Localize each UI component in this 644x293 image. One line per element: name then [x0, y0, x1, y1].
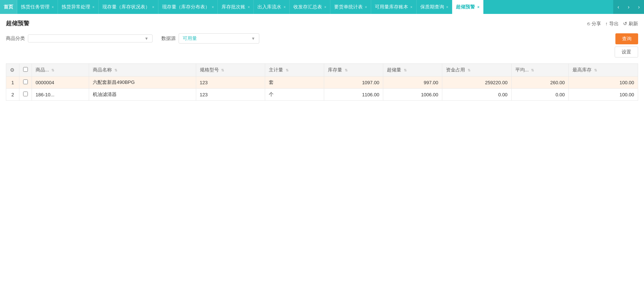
- refresh-button[interactable]: ↺ 刷新: [623, 21, 638, 27]
- nav-item-shelf-life[interactable]: 保质期查询 ×: [417, 0, 453, 14]
- sort-icon-code: ⇅: [51, 68, 54, 72]
- refresh-label: 刷新: [629, 21, 638, 27]
- close-icon[interactable]: ×: [477, 5, 479, 9]
- row-spec: 123: [196, 77, 265, 89]
- settings-button[interactable]: 设置: [615, 47, 638, 58]
- nav-item-stock-dist[interactable]: 现存量（库存分布表） ×: [158, 0, 218, 14]
- export-button[interactable]: ↑ 导出: [605, 21, 619, 27]
- th-gear: ⚙: [6, 64, 19, 77]
- nav-item-stock-status[interactable]: 现存量（库存状况表） ×: [99, 0, 158, 14]
- sort-icon-name: ⇅: [114, 68, 117, 72]
- nav-item-batch-account[interactable]: 库存批次账 ×: [218, 0, 254, 14]
- th-maxstock[interactable]: 最高库存 ⇅: [569, 64, 638, 77]
- close-icon[interactable]: ×: [365, 5, 367, 9]
- query-button[interactable]: 查询: [615, 33, 638, 44]
- share-button[interactable]: ⎋ 分享: [587, 21, 601, 27]
- th-avg[interactable]: 平均... ⇅: [511, 64, 568, 77]
- nav-next-button[interactable]: ›: [623, 0, 634, 14]
- category-filter-group: 商品分类 ▼: [6, 34, 153, 42]
- th-code[interactable]: 商品... ⇅: [32, 64, 89, 77]
- nav-item-home[interactable]: 首页: [0, 0, 17, 14]
- datasource-label: 数据源: [161, 35, 176, 42]
- close-icon[interactable]: ×: [212, 5, 214, 9]
- row-code: 0000004: [32, 77, 89, 89]
- row-index: 2: [6, 89, 19, 101]
- row-checkbox-cell: [19, 89, 32, 101]
- top-nav: 首页 拣货任务管理 × 拣货异常处理 × 现存量（库存状况表） × 现存量（库存…: [0, 0, 644, 14]
- table-row: 1 0000004 六配套新昌490BPG 123 套 1097.00 997.…: [6, 77, 638, 89]
- close-icon[interactable]: ×: [283, 5, 286, 9]
- nav-item-order-stats[interactable]: 要货单统计表 ×: [330, 0, 371, 14]
- row-maxstock: 100.00: [569, 77, 638, 89]
- nav-arrows: ‹ › ›: [613, 0, 644, 14]
- th-unit[interactable]: 主计量 ⇅: [265, 64, 324, 77]
- datasource-select-value: 可用量: [183, 35, 197, 42]
- nav-prev-button[interactable]: ‹: [613, 0, 623, 14]
- nav-label-batch-account: 库存批次账: [222, 4, 245, 10]
- sort-icon-unit: ⇅: [286, 68, 289, 72]
- nav-label-task-mgmt: 拣货任务管理: [21, 4, 50, 10]
- row-maxstock: 100.00: [569, 89, 638, 101]
- nav-label-shelf-life: 保质期查询: [420, 4, 444, 10]
- row-code: 186-10...: [32, 89, 89, 101]
- row-name: 机油滤清器: [89, 89, 196, 101]
- datasource-dropdown-icon: ▼: [251, 36, 255, 41]
- th-checkbox: [19, 64, 32, 77]
- nav-item-task-mgmt[interactable]: 拣货任务管理 ×: [17, 0, 58, 14]
- row-checkbox[interactable]: [23, 79, 28, 84]
- close-icon[interactable]: ×: [152, 5, 154, 9]
- select-all-checkbox[interactable]: [23, 67, 28, 72]
- close-icon[interactable]: ×: [324, 5, 326, 9]
- nav-item-available-book[interactable]: 可用量库存账本 ×: [371, 0, 417, 14]
- share-label: 分享: [592, 21, 601, 27]
- header-actions: ⎋ 分享 ↑ 导出 ↺ 刷新: [587, 21, 638, 27]
- nav-label-stock-status: 现存量（库存状况表）: [102, 4, 150, 10]
- th-spec[interactable]: 规格型号 ⇅: [196, 64, 265, 77]
- sort-icon-maxstock: ⇅: [594, 68, 597, 72]
- sort-icon-overstock: ⇅: [404, 68, 407, 72]
- row-unit: 套: [265, 77, 324, 89]
- nav-item-exception[interactable]: 拣货异常处理 ×: [58, 0, 99, 14]
- row-avg: 0.00: [511, 89, 568, 101]
- close-icon[interactable]: ×: [446, 5, 449, 9]
- row-index: 1: [6, 77, 19, 89]
- datasource-select[interactable]: 可用量 ▼: [179, 33, 259, 44]
- th-name[interactable]: 商品名称 ⇅: [89, 64, 196, 77]
- close-icon[interactable]: ×: [92, 5, 95, 9]
- gear-icon[interactable]: ⚙: [10, 67, 15, 73]
- nav-label-stock-dist: 现存量（库存分布表）: [162, 4, 210, 10]
- sort-icon-stock: ⇅: [345, 68, 348, 72]
- export-icon: ↑: [605, 21, 608, 26]
- row-stock: 1097.00: [324, 77, 383, 89]
- category-dropdown-icon: ▼: [144, 36, 149, 41]
- page-title: 超储预警: [6, 20, 29, 27]
- page-header: 超储预警 ⎋ 分享 ↑ 导出 ↺ 刷新: [6, 20, 638, 27]
- row-checkbox-cell: [19, 77, 32, 89]
- category-select[interactable]: ▼: [28, 34, 153, 42]
- row-checkbox[interactable]: [23, 92, 28, 96]
- th-overstock[interactable]: 超储量 ⇅: [383, 64, 442, 77]
- close-icon[interactable]: ×: [410, 5, 413, 9]
- nav-more-button[interactable]: ›: [634, 0, 644, 14]
- close-icon[interactable]: ×: [248, 5, 250, 9]
- row-capital: 0.00: [442, 89, 511, 101]
- nav-label-exception: 拣货异常处理: [62, 4, 90, 10]
- share-icon: ⎋: [587, 21, 590, 26]
- nav-label-home: 首页: [4, 4, 13, 10]
- th-capital[interactable]: 资金占用 ⇅: [442, 64, 511, 77]
- th-stock[interactable]: 库存量 ⇅: [324, 64, 383, 77]
- row-spec: 123: [196, 89, 265, 101]
- nav-item-overstock-alert[interactable]: 超储预警 ×: [452, 0, 483, 14]
- nav-label-overstock-alert: 超储预警: [456, 4, 475, 10]
- main-content: 超储预警 ⎋ 分享 ↑ 导出 ↺ 刷新 商品分类 ▼: [0, 14, 644, 293]
- row-unit: 个: [265, 89, 324, 101]
- datasource-filter-group: 数据源 可用量 ▼: [161, 33, 259, 44]
- nav-item-inout-flow[interactable]: 出入库流水 ×: [254, 0, 290, 14]
- close-icon[interactable]: ×: [52, 5, 54, 9]
- row-avg: 260.00: [511, 77, 568, 89]
- nav-label-summary: 收发存汇总表: [293, 4, 322, 10]
- category-label: 商品分类: [6, 35, 25, 42]
- nav-item-summary[interactable]: 收发存汇总表 ×: [290, 0, 330, 14]
- sort-icon-spec: ⇅: [221, 68, 224, 72]
- filter-buttons: 查询 设置: [615, 33, 638, 58]
